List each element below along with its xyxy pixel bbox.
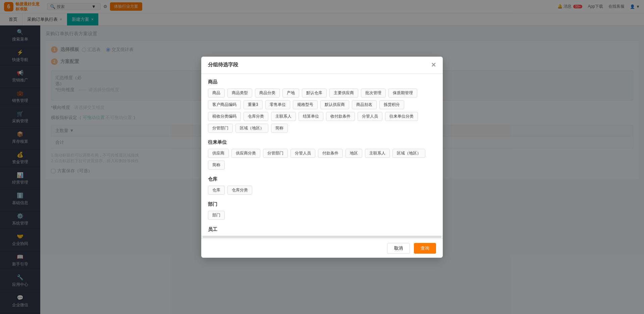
section-title-warehouse: 仓库 <box>208 176 436 182</box>
modal-footer: 取消 查询 <box>201 239 443 258</box>
field-tag[interactable]: 分管人员 <box>358 112 382 121</box>
field-tag[interactable]: 商品 <box>208 88 225 98</box>
field-tag[interactable]: 收付款条件 <box>326 112 355 121</box>
modal-overlay: 分组待选字段 ✕ 商品 商品 商品类型 商品分类 产地 默认仓库 主要供应商 批… <box>0 0 644 314</box>
field-tag[interactable]: 地区 <box>345 149 362 158</box>
field-tags-product: 商品 商品类型 商品分类 产地 默认仓库 主要供应商 批次管理 保质期管理 客户… <box>208 88 436 133</box>
field-tag[interactable]: 供应商分类 <box>231 149 260 158</box>
confirm-button[interactable]: 查询 <box>414 243 436 254</box>
modal-header: 分组待选字段 ✕ <box>201 57 443 74</box>
field-tag[interactable]: 主联系人 <box>271 112 296 121</box>
field-tag[interactable]: 区域（地区） <box>392 149 425 158</box>
field-tag[interactable]: 默认供应商 <box>320 100 349 109</box>
modal-dialog: 分组待选字段 ✕ 商品 商品 商品类型 商品分类 产地 默认仓库 主要供应商 批… <box>201 57 443 258</box>
field-tag[interactable]: 重量3 <box>244 100 263 109</box>
modal-title: 分组待选字段 <box>208 62 238 68</box>
field-tags-department: 部门 <box>208 211 436 220</box>
field-tag[interactable]: 仓库分类 <box>227 186 252 195</box>
field-section-department: 部门 部门 <box>208 201 436 220</box>
section-title-employee: 员工 <box>208 227 436 233</box>
field-section-product: 商品 商品 商品类型 商品分类 产地 默认仓库 主要供应商 批次管理 保质期管理… <box>208 79 436 133</box>
field-tag[interactable]: 分管人员 <box>290 149 315 158</box>
field-tag[interactable]: 拣货积分 <box>379 100 404 109</box>
field-tag[interactable]: 简称 <box>208 161 225 170</box>
field-tag[interactable]: 区域（地区） <box>235 124 268 133</box>
field-tag[interactable]: 供应商 <box>208 149 229 158</box>
field-tag[interactable]: 简称 <box>271 124 288 133</box>
field-tag[interactable]: 批次管理 <box>361 88 386 98</box>
field-tag[interactable]: 税收分类编码 <box>208 112 241 121</box>
cancel-button[interactable]: 取消 <box>387 243 410 254</box>
field-tag[interactable]: 仓库分类 <box>244 112 268 121</box>
field-section-employee: 员工 业务员 <box>208 227 436 236</box>
field-tags-warehouse: 仓库 仓库分类 <box>208 186 436 195</box>
field-tag[interactable]: 结算单位 <box>299 112 323 121</box>
field-tag[interactable]: 主联系人 <box>365 149 390 158</box>
field-tag[interactable]: 分管部门 <box>208 124 233 133</box>
field-tag[interactable]: 商品别名 <box>352 100 377 109</box>
field-tags-partner: 供应商 供应商分类 分管部门 分管人员 付款条件 地区 主联系人 区域（地区） … <box>208 149 436 170</box>
field-tag[interactable]: 规格型号 <box>293 100 318 109</box>
modal-close-button[interactable]: ✕ <box>431 61 436 69</box>
field-section-warehouse: 仓库 仓库 仓库分类 <box>208 176 436 195</box>
modal-body[interactable]: 商品 商品 商品类型 商品分类 产地 默认仓库 主要供应商 批次管理 保质期管理… <box>201 74 443 236</box>
section-title-department: 部门 <box>208 201 436 207</box>
section-title-product: 商品 <box>208 79 436 85</box>
field-tag[interactable]: 零售单位 <box>265 100 290 109</box>
field-tag[interactable]: 仓库 <box>208 186 225 195</box>
scrollbar-thumb <box>203 236 441 238</box>
field-section-partner: 往来单位 供应商 供应商分类 分管部门 分管人员 付款条件 地区 主联系人 区域… <box>208 139 436 170</box>
field-tag[interactable]: 商品类型 <box>227 88 252 98</box>
field-tag[interactable]: 产地 <box>282 88 299 98</box>
field-tag[interactable]: 保质期管理 <box>388 88 417 98</box>
field-tag[interactable]: 部门 <box>208 211 225 220</box>
field-tag[interactable]: 商品分类 <box>255 88 280 98</box>
modal-horizontal-scrollbar[interactable] <box>201 236 443 239</box>
field-tag[interactable]: 分管部门 <box>263 149 288 158</box>
section-title-partner: 往来单位 <box>208 139 436 145</box>
field-tag[interactable]: 主要供应商 <box>329 88 358 98</box>
field-tag[interactable]: 往来单位分类 <box>385 112 418 121</box>
field-tag[interactable]: 付款条件 <box>318 149 343 158</box>
field-tag[interactable]: 客户商品编码 <box>208 100 241 109</box>
field-tag[interactable]: 默认仓库 <box>302 88 327 98</box>
